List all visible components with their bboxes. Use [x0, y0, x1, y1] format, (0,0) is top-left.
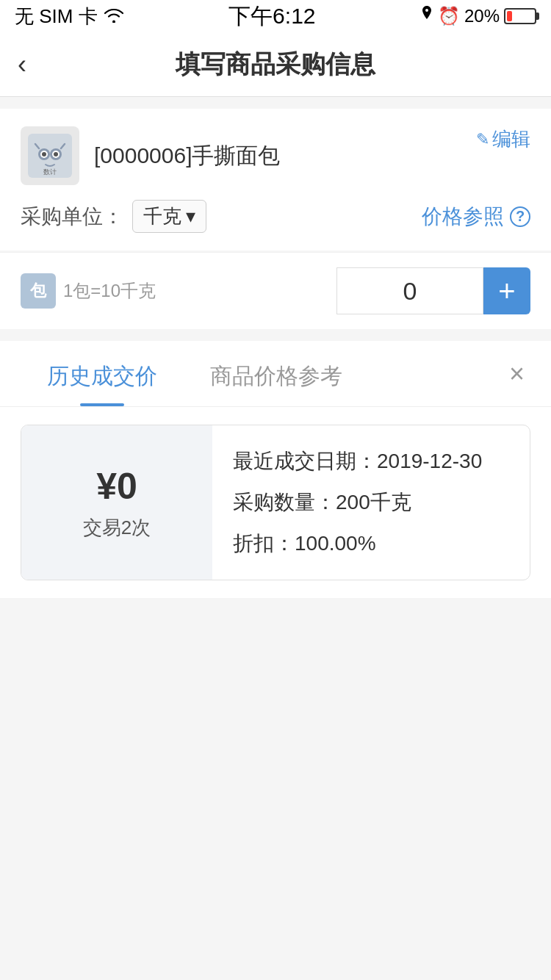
alarm-icon: ⏰ — [438, 6, 460, 26]
dropdown-arrow-icon: ▾ — [186, 205, 195, 228]
latest-date-label: 最近成交日期： — [233, 450, 377, 472]
quantity-plus-button[interactable]: + — [483, 267, 530, 314]
close-button[interactable]: × — [503, 353, 530, 395]
purchase-qty-value: 200千克 — [336, 491, 411, 514]
card-right: 最近成交日期：2019-12-30 采购数量：200千克 折扣：100.00% — [212, 425, 530, 580]
price-reference-button[interactable]: 价格参照 ? — [422, 203, 530, 231]
quantity-input[interactable]: 0 — [336, 267, 483, 314]
discount-label: 折扣： — [233, 532, 295, 555]
purchase-qty-row: 采购数量：200千克 — [233, 487, 509, 518]
help-icon: ? — [510, 206, 530, 227]
svg-text:数计: 数计 — [43, 168, 57, 176]
bag-conversion-label: 1包=10千克 — [63, 279, 156, 303]
location-icon — [420, 6, 433, 26]
svg-point-6 — [54, 152, 58, 156]
quantity-section: 包 1包=10千克 0 + — [0, 252, 551, 329]
battery-icon — [504, 8, 536, 24]
back-button[interactable]: ‹ — [18, 49, 26, 80]
product-thumbnail: 数计 — [21, 126, 79, 185]
status-bar: 无 SIM 卡 下午6:12 ⏰ 20% — [0, 0, 551, 32]
quantity-label: 包 1包=10千克 — [21, 273, 156, 309]
page-background — [0, 598, 551, 980]
unit-selector-dropdown[interactable]: 千克 ▾ — [132, 200, 206, 233]
unit-row: 采购单位： 千克 ▾ — [21, 200, 206, 233]
edit-icon: ✎ — [476, 130, 489, 149]
carrier-text: 无 SIM 卡 — [15, 4, 98, 29]
product-left: 数计 [0000006]手撕面包 — [21, 126, 280, 185]
battery-percent: 20% — [464, 6, 500, 26]
latest-date-value: 2019-12-30 — [377, 450, 482, 472]
transaction-count: 交易2次 — [83, 515, 151, 541]
history-price: ¥0 — [96, 465, 137, 508]
product-logo-icon: 数计 — [28, 134, 72, 178]
product-name: [0000006]手撕面包 — [94, 140, 280, 171]
status-right: ⏰ 20% — [420, 6, 536, 26]
tab-price-reference[interactable]: 商品价格参考 — [184, 341, 369, 406]
latest-date-row: 最近成交日期：2019-12-30 — [233, 446, 509, 477]
product-header: 数计 [0000006]手撕面包 ✎ 编辑 — [21, 126, 530, 185]
tab-history-price[interactable]: 历史成交价 — [21, 341, 184, 406]
edit-button[interactable]: ✎ 编辑 — [476, 126, 530, 152]
history-card: ¥0 交易2次 最近成交日期：2019-12-30 采购数量：200千克 折扣：… — [21, 425, 530, 580]
tabs-list: 历史成交价 商品价格参考 — [21, 341, 369, 406]
svg-point-5 — [42, 152, 46, 156]
card-section: ¥0 交易2次 最近成交日期：2019-12-30 采购数量：200千克 折扣：… — [0, 407, 551, 598]
page-title: 填写商品采购信息 — [176, 48, 375, 82]
status-left: 无 SIM 卡 — [15, 4, 124, 29]
discount-value: 100.00% — [295, 532, 376, 555]
bag-unit-icon: 包 — [21, 273, 56, 309]
purchase-qty-label: 采购数量： — [233, 491, 336, 514]
card-left: ¥0 交易2次 — [21, 425, 212, 580]
unit-label-text: 采购单位： — [21, 203, 123, 231]
product-section: 数计 [0000006]手撕面包 ✎ 编辑 采购单位： 千克 ▾ 价格参照 ? — [0, 109, 551, 251]
wifi-icon — [104, 5, 124, 28]
nav-bar: ‹ 填写商品采购信息 — [0, 32, 551, 97]
status-time: 下午6:12 — [228, 1, 315, 32]
tabs-header: 历史成交价 商品价格参考 × — [0, 341, 551, 407]
discount-row: 折扣：100.00% — [233, 528, 509, 559]
product-meta: 采购单位： 千克 ▾ 价格参照 ? — [21, 200, 530, 233]
tabs-section: 历史成交价 商品价格参考 × ¥0 交易2次 最近成交日期：2019-12-30… — [0, 341, 551, 598]
quantity-controls: 0 + — [336, 267, 530, 314]
